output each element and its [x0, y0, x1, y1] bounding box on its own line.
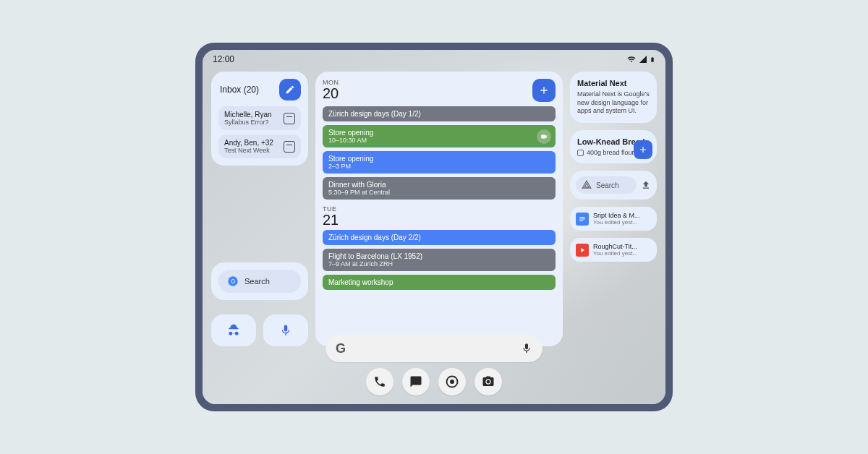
- drive-search-field[interactable]: Search: [576, 176, 637, 194]
- calendar-event[interactable]: Flight to Barcelona (LX 1952) 7–9 AM at …: [323, 249, 556, 271]
- calendar-event[interactable]: Store opening 10–10:30 AM: [323, 125, 556, 147]
- plus-icon: [638, 145, 648, 155]
- svg-point-2: [231, 280, 234, 283]
- message-from: Michelle, Ryan: [224, 111, 279, 119]
- chrome-icon: [227, 275, 239, 287]
- google-logo-icon: G: [336, 341, 346, 356]
- status-time: 12:00: [213, 54, 234, 64]
- status-icons: [626, 55, 655, 64]
- calendar-event[interactable]: Zürich design days (Day 1/2): [323, 106, 556, 121]
- svg-point-4: [450, 380, 454, 384]
- drive-file[interactable]: Sript Idea & M... You edited yest...: [570, 207, 657, 231]
- phone-icon: [373, 375, 386, 388]
- recipe-add-button[interactable]: [634, 140, 652, 159]
- chrome-icon: [446, 375, 459, 388]
- chrome-search-field[interactable]: Search: [218, 270, 301, 293]
- chrome-actions: [211, 314, 308, 346]
- calendar-event[interactable]: Zürich design days (Day 2/2): [323, 230, 556, 245]
- chrome-search-label: Search: [244, 277, 270, 286]
- message-subject: Syllabus Error?: [224, 119, 279, 126]
- video-icon: [576, 244, 589, 257]
- file-name: Sript Idea & M...: [593, 212, 651, 219]
- file-name: RoughCut-Tit...: [593, 243, 651, 250]
- widget-grid: Inbox (20) Michelle, Ryan Syllabus Error…: [211, 72, 657, 346]
- message-subject: Test Next Week: [224, 147, 279, 154]
- inbox-message[interactable]: Michelle, Ryan Syllabus Error?: [218, 106, 301, 130]
- incognito-icon: [226, 323, 241, 338]
- drive-icon: [582, 180, 592, 190]
- news-widget[interactable]: Material Next Material Next is Google's …: [570, 72, 657, 123]
- upload-icon[interactable]: [641, 180, 651, 190]
- recipe-widget[interactable]: Low-Knead Bread 400g bread flour: [570, 130, 657, 163]
- inbox-title: Inbox (20): [220, 85, 259, 95]
- drive-search-label: Search: [596, 181, 619, 189]
- calendar-date: 20: [323, 86, 339, 100]
- video-call-icon[interactable]: [537, 129, 551, 144]
- chrome-app[interactable]: [438, 368, 466, 395]
- inbox-widget[interactable]: Inbox (20) Michelle, Ryan Syllabus Error…: [211, 72, 308, 166]
- message-from: Andy, Ben, +32: [224, 139, 279, 147]
- incognito-button[interactable]: [211, 314, 256, 346]
- phone-app[interactable]: [366, 368, 393, 395]
- chrome-search-widget: Search: [211, 262, 308, 300]
- screen: 12:00 Inbox (20): [203, 50, 665, 404]
- plus-icon: [538, 85, 550, 96]
- mic-icon: [279, 324, 292, 337]
- pencil-icon: [285, 85, 295, 95]
- messages-app[interactable]: [402, 368, 430, 395]
- file-meta: You edited yest...: [593, 219, 651, 226]
- calendar-event[interactable]: Dinner with Gloria 5:30–9 PM at Central: [323, 177, 556, 200]
- calendar-add-button[interactable]: [532, 79, 556, 102]
- docs-icon: [576, 213, 589, 226]
- checkbox-icon[interactable]: [577, 150, 584, 156]
- message-icon: [409, 375, 422, 388]
- calendar-widget[interactable]: MON 20 Zürich design days (Day 1/2) Stor…: [315, 72, 563, 346]
- voice-search-button[interactable]: [263, 314, 308, 346]
- battery-icon: [650, 55, 655, 64]
- calendar-event[interactable]: Store opening 2–3 PM: [323, 151, 556, 174]
- google-search-bar[interactable]: G: [326, 335, 542, 362]
- archive-icon[interactable]: [284, 113, 295, 124]
- file-meta: You edited yest...: [593, 250, 651, 257]
- camera-app[interactable]: [475, 368, 502, 395]
- drive-file[interactable]: RoughCut-Tit... You edited yest...: [570, 238, 657, 262]
- hotseat: [366, 368, 502, 395]
- compose-button[interactable]: [279, 79, 301, 100]
- news-title: Material Next: [577, 79, 650, 87]
- status-bar: 12:00: [203, 50, 665, 69]
- mic-icon[interactable]: [521, 343, 532, 354]
- tablet-frame: 12:00 Inbox (20): [195, 43, 673, 411]
- signal-icon: [638, 55, 648, 64]
- calendar-dow: TUE: [323, 205, 556, 213]
- inbox-message[interactable]: Andy, Ben, +32 Test Next Week: [218, 134, 301, 158]
- news-body: Material Next is Google's new design lan…: [577, 90, 650, 116]
- wifi-icon: [626, 55, 637, 64]
- drive-search-widget: Search: [570, 171, 657, 200]
- archive-icon[interactable]: [284, 141, 295, 153]
- camera-icon: [482, 375, 495, 388]
- calendar-event[interactable]: Marketing workshop: [323, 275, 556, 290]
- calendar-date: 21: [323, 213, 556, 227]
